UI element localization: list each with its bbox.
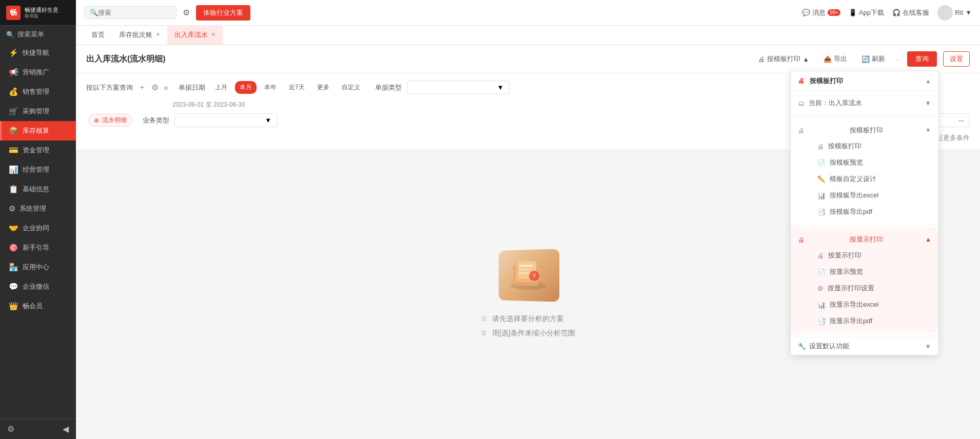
divider-1: [791, 116, 938, 116]
sidebar-item-purchase[interactable]: 🛒 采购管理: [0, 102, 76, 121]
sidebar-search[interactable]: 🔍 搜索菜单: [0, 26, 76, 43]
sidebar-item-inventory[interactable]: 📦 库存核算: [0, 121, 76, 141]
sidebar-item-marketing[interactable]: 📢 营销推广: [0, 63, 76, 82]
tp-preview-icon: 📄: [817, 159, 826, 167]
template-print-item[interactable]: 🖨 按模板打印: [791, 138, 938, 154]
logo-icon: 畅: [6, 6, 21, 20]
date-this-year[interactable]: 本年: [260, 81, 281, 94]
sidebar-item-finance[interactable]: 💳 资金管理: [0, 141, 76, 160]
query-button[interactable]: 查询: [907, 51, 937, 67]
refresh-button[interactable]: 🔄 刷新: [857, 52, 889, 66]
collab-icon: 🤝: [9, 224, 18, 233]
add-filter-button[interactable]: ＋: [138, 82, 146, 93]
export-button[interactable]: 📤 导出: [819, 52, 851, 66]
voucher-type-select[interactable]: ▼: [407, 81, 509, 94]
date-custom[interactable]: 自定义: [337, 81, 365, 94]
header-search-input[interactable]: [98, 9, 165, 16]
sidebar-item-sales[interactable]: 💰 销售管理: [0, 82, 76, 102]
online-service-button[interactable]: 🎧 在线客服: [892, 8, 929, 17]
warehouse-more-icon: ···: [958, 116, 964, 124]
template-print-section: 🖨 按模板打印 ▼ 🖨 按模板打印 📄 按模板预览: [791, 118, 938, 223]
display-pdf-item[interactable]: 📑 按显示导出pdf: [791, 313, 938, 329]
date-7days[interactable]: 近7天: [284, 81, 309, 94]
sidebar-item-vip[interactable]: 👑 畅会员: [0, 296, 76, 316]
app-icon: 📱: [849, 9, 857, 16]
tab-home[interactable]: 首页: [84, 26, 112, 45]
current-arrow-icon: ▼: [925, 99, 931, 107]
sidebar-item-guide[interactable]: 🎯 新手引导: [0, 238, 76, 257]
print-template-button[interactable]: 🖨 按模板打印 ▲: [754, 52, 813, 66]
settings-button[interactable]: 设置: [943, 51, 970, 67]
date-last-month[interactable]: 上月: [210, 81, 232, 94]
filter-tag-icon: ⊕: [94, 117, 99, 124]
sidebar-nav: ⚡ 快捷导航 📢 营销推广 💰 销售管理 🛒 采购管理 📦 库存核算 💳 资金管…: [0, 43, 76, 418]
sidebar-logo: 畅 畅捷通好生意 标准版: [0, 0, 76, 26]
header-gear-icon[interactable]: ⚙: [183, 8, 190, 17]
template-custom-item[interactable]: ✏️ 模板自定义设计: [791, 171, 938, 187]
filter-settings-icon[interactable]: ⚙: [151, 83, 159, 92]
date-filter-field: 单据日期 上月 本月 本年 近7天 更多 自定义: [179, 81, 365, 94]
template-excel-item[interactable]: 📊 按模板导出excel: [791, 187, 938, 204]
collapse-sidebar-icon[interactable]: ◀: [63, 424, 69, 434]
display-print-header[interactable]: 🖨 按显示打印 ▲: [791, 231, 938, 247]
business-type-select[interactable]: ▼: [174, 113, 277, 127]
appstore-icon: 🏪: [9, 263, 18, 272]
display-print-item[interactable]: 🖨 按显示打印: [791, 247, 938, 264]
sidebar-item-system[interactable]: ⚙ 系统管理: [0, 199, 76, 218]
date-more[interactable]: 更多: [312, 81, 334, 94]
sidebar-item-collab[interactable]: 🤝 企业协同: [0, 218, 76, 238]
business-type-field: 业务类型 ▼: [143, 113, 277, 127]
sidebar-item-quick-nav[interactable]: ⚡ 快捷导航: [0, 43, 76, 63]
page-actions: 🖨 按模板打印 ▲ 📤 导出 🔄 刷新 ··· 查询 设置: [754, 51, 970, 67]
filter-collapse-icon[interactable]: «: [164, 83, 168, 92]
service-icon: 🎧: [892, 9, 900, 16]
divider-3: [791, 334, 938, 335]
svg-text:?: ?: [533, 273, 536, 278]
user-avatar[interactable]: Rit ▼: [937, 5, 972, 21]
display-print-section: 🖨 按显示打印 ▲ 🖨 按显示打印 📄 按显示预览: [791, 228, 938, 332]
date-this-month[interactable]: 本月: [235, 81, 257, 94]
empty-hints: ① 请先选择要分析的方案 ② 用[选]条件来缩小分析范围: [481, 311, 575, 340]
sidebar-item-operation[interactable]: 📊 经营管理: [0, 160, 76, 179]
main-content: 🔍 ⚙ 体验行业方案 💬 消息 99+ 📱 App下载 🎧 在线客服 R: [76, 0, 980, 439]
display-preview-item[interactable]: 📄 按显示预览: [791, 264, 938, 280]
display-excel-item[interactable]: 📊 按显示导出excel: [791, 296, 938, 313]
flow-detail-filter-tag[interactable]: ⊕ 流水明细: [88, 114, 132, 127]
actions-more-icon[interactable]: ···: [895, 55, 901, 63]
lightning-icon: ⚡: [9, 48, 18, 57]
template-pdf-item[interactable]: 📑 按模板导出pdf: [791, 204, 938, 220]
dp-settings-icon: ⚙: [817, 285, 824, 292]
tab-batch-close[interactable]: ✕: [155, 31, 160, 38]
app-download-button[interactable]: 📱 App下载: [849, 8, 884, 17]
industry-solution-button[interactable]: 体验行业方案: [196, 5, 250, 21]
message-button[interactable]: 💬 消息 99+: [802, 8, 840, 17]
logo-text: 畅捷通好生意 标准版: [25, 6, 58, 19]
tab-flow-close[interactable]: ✕: [211, 31, 215, 38]
print-dropdown-panel: 🖨 按模板打印 ▲ 🗂 当前：出入库流水 ▼: [790, 71, 939, 355]
avatar-image: [937, 5, 953, 21]
dp-preview-icon: 📄: [817, 268, 826, 276]
sidebar-item-wechat[interactable]: 💬 企业微信: [0, 277, 76, 296]
sidebar-item-basic[interactable]: 📋 基础信息: [0, 179, 76, 199]
top-header: 🔍 ⚙ 体验行业方案 💬 消息 99+ 📱 App下载 🎧 在线客服 R: [76, 0, 980, 26]
tab-flow[interactable]: 出入库流水 ✕: [167, 26, 223, 45]
dropdown-collapse-icon[interactable]: ▲: [925, 77, 931, 85]
tp-excel-icon: 📊: [817, 192, 826, 199]
settings-bottom-icon[interactable]: ⚙: [7, 424, 14, 434]
print-header-icon: 🖨: [798, 77, 805, 85]
template-preview-item[interactable]: 📄 按模板预览: [791, 154, 938, 171]
header-search-box[interactable]: 🔍: [84, 6, 177, 19]
empty-hint-1: ① 请先选择要分析的方案: [481, 311, 575, 326]
dropdown-footer[interactable]: 🔧 设置默认功能 ▼: [791, 337, 938, 355]
template-print-header[interactable]: 🖨 按模板打印 ▼: [791, 122, 938, 138]
current-template-item[interactable]: 🗂 当前：出入库流水 ▼: [791, 94, 938, 111]
tab-batch[interactable]: 库存批次账 ✕: [112, 26, 167, 45]
select-down-icon: ▼: [497, 84, 504, 91]
sidebar-item-appstore[interactable]: 🏪 应用中心: [0, 257, 76, 277]
tab-bar: 首页 库存批次账 ✕ 出入库流水 ✕: [76, 26, 980, 45]
date-options: 上月 本月 本年 近7天 更多 自定义: [210, 81, 365, 94]
refresh-icon: 🔄: [861, 55, 870, 63]
empty-svg: ?: [508, 257, 548, 294]
basic-icon: 📋: [9, 185, 18, 194]
display-print-settings-item[interactable]: ⚙ 按显示打印设置: [791, 280, 938, 296]
